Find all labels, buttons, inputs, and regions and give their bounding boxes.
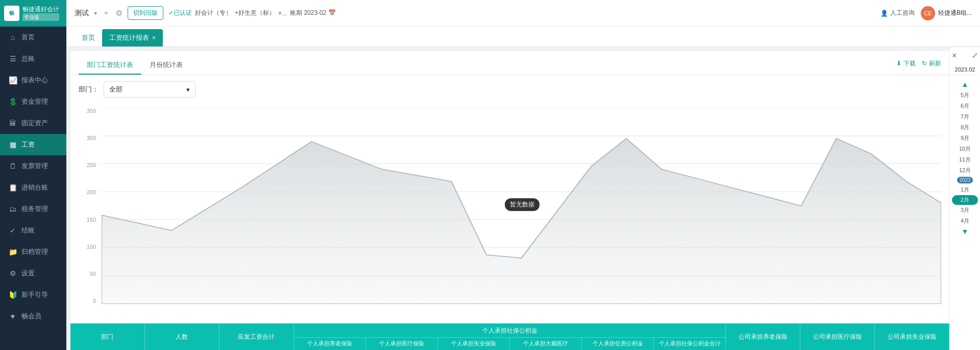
th-company-unemployment: 公司承担失业保险 <box>875 323 949 350</box>
month-8[interactable]: 8月 <box>952 122 978 133</box>
download-icon: ⬇ <box>896 60 901 67</box>
y-label-50: 50 <box>90 271 96 277</box>
download-button[interactable]: ⬇ 下载 <box>896 59 916 68</box>
panel-close-button[interactable]: × <box>952 51 957 60</box>
y-label-300: 300 <box>87 135 96 141</box>
sidebar-item-invoice[interactable]: 🗒 发票管理 <box>0 155 66 177</box>
sidebar-logo: 畅 畅捷通好会计 专业版 <box>0 0 66 27</box>
archive-icon: 📁 <box>8 248 17 256</box>
purchase-icon: 📋 <box>8 183 17 192</box>
sidebar-item-funds[interactable]: 💲 资金管理 <box>0 91 66 112</box>
panel-expand-button[interactable]: ⤢ <box>972 51 978 62</box>
sidebar-item-archive[interactable]: 📁 归档管理 <box>0 241 66 263</box>
good-business-badge: +好生意（标） <box>235 9 275 17</box>
tab-salary-report[interactable]: 工资统计报表 × <box>102 29 163 46</box>
tab-close-icon[interactable]: × <box>152 34 156 41</box>
subtab-dept[interactable]: 部门工资统计表 <box>79 56 141 75</box>
sidebar-nav: ⌂ 首页 ☰ 总账 📈 报表中心 💲 资金管理 🏛 固定资产 ▦ 工资 🗒 发票… <box>0 27 66 350</box>
avatar: CE <box>921 6 935 20</box>
subtab-bar: 部门工资统计表 月份统计表 ⬇ 下载 ↻ 刷新 <box>70 51 949 75</box>
year-down-button[interactable]: ▼ <box>962 226 969 237</box>
year-up-button[interactable]: ▲ <box>962 79 969 90</box>
sidebar-item-purchase[interactable]: 📋 进销台账 <box>0 177 66 198</box>
user-name: 轻捷通B组... <box>938 9 972 17</box>
invoice-icon: 🗒 <box>8 162 17 170</box>
sidebar-item-ledger[interactable]: ☰ 总账 <box>0 48 66 69</box>
month-3[interactable]: 3月 <box>952 205 978 216</box>
sidebar: 畅 畅捷通好会计 专业版 ⌂ 首页 ☰ 总账 📈 报表中心 💲 资金管理 🏛 固… <box>0 0 66 350</box>
month-4[interactable]: 4月 <box>952 216 978 226</box>
funds-icon: 💲 <box>8 98 17 106</box>
topbar-right: 👤 人工咨询 CE 轻捷通B组... <box>880 6 972 20</box>
subtab-left: 部门工资统计表 月份统计表 <box>79 56 191 75</box>
period-label: 账期 2023-02 📅 <box>290 9 336 17</box>
chart-svg: 暂无数据 <box>102 108 941 304</box>
filter-bar: 部门： 全部 ▾ <box>70 75 949 104</box>
th-company-pension: 公司承担养老保险 <box>726 323 800 350</box>
logo-text: 畅捷通好会计 专业版 <box>22 6 59 21</box>
th-personal-medical: 个人承担医疗保险 <box>366 338 438 349</box>
home-icon: ⌂ <box>8 33 17 41</box>
sidebar-item-salary[interactable]: ▦ 工资 <box>0 134 66 155</box>
calendar-icon[interactable]: 📅 <box>328 9 336 16</box>
more-badge: +... <box>278 10 287 17</box>
month-2-active[interactable]: 2月 <box>952 195 978 205</box>
add-button[interactable]: ＋ <box>102 8 110 18</box>
settings-icon: ⚙ <box>8 269 17 277</box>
month-12[interactable]: 12月 <box>952 165 978 176</box>
chart-area: 350 300 250 200 150 100 50 0 <box>70 104 949 323</box>
member-icon: ♥ <box>8 312 17 320</box>
good-accounting-badge: 好会计（专） <box>195 9 232 17</box>
help-button[interactable]: 👤 人工咨询 <box>880 9 915 17</box>
sidebar-item-member[interactable]: ♥ 畅会员 <box>0 306 66 327</box>
company-name: 测试 <box>75 9 89 18</box>
th-group-cols: 个人承担养老保险 个人承担医疗保险 个人承担失业保险 个人承担大额医疗 个人承担 <box>294 338 726 349</box>
tab-home[interactable]: 首页 <box>75 29 102 46</box>
sidebar-item-assets[interactable]: 🏛 固定资产 <box>0 112 66 134</box>
user-menu[interactable]: CE 轻捷通B组... <box>921 6 972 20</box>
y-label-200: 200 <box>87 189 96 195</box>
salary-icon: ▦ <box>8 141 17 149</box>
th-headcount: 人数 <box>145 323 219 350</box>
settings-button[interactable]: ⚙ <box>115 8 122 18</box>
month-1[interactable]: 1月 <box>952 184 978 195</box>
month-11[interactable]: 11月 <box>952 154 978 165</box>
refresh-icon: ↻ <box>922 60 927 67</box>
month-10[interactable]: 10月 <box>952 144 978 154</box>
sidebar-item-guide[interactable]: 🔰 新手引导 <box>0 284 66 306</box>
sidebar-item-close[interactable]: ✓ 结账 <box>0 220 66 241</box>
subtab-right: ⬇ 下载 ↻ 刷新 <box>896 59 941 72</box>
refresh-button[interactable]: ↻ 刷新 <box>922 59 941 68</box>
year-nav: ▲ 5月 6月 7月 8月 9月 10月 11月 12月 2023 1月 2月 … <box>952 79 978 237</box>
dropdown-arrow-icon[interactable]: ▾ <box>94 10 97 17</box>
sidebar-item-reports[interactable]: 📈 报表中心 <box>0 69 66 91</box>
month-6[interactable]: 6月 <box>952 101 978 111</box>
right-panel: × ⤢ 2023.02 ▲ 5月 6月 7月 8月 9月 10月 11月 12月… <box>949 47 980 350</box>
verified-badge: ✓已认证 <box>168 9 192 17</box>
assets-icon: 🏛 <box>8 119 17 127</box>
sidebar-item-tax[interactable]: 🗂 税务管理 <box>0 198 66 220</box>
sidebar-item-home[interactable]: ⌂ 首页 <box>0 27 66 48</box>
month-5[interactable]: 5月 <box>952 90 978 101</box>
dept-filter-select[interactable]: 全部 ▾ <box>104 81 195 98</box>
reports-icon: 📈 <box>8 76 17 84</box>
switch-old-button[interactable]: 切到旧版 <box>128 6 163 20</box>
sidebar-item-settings[interactable]: ⚙ 设置 <box>0 263 66 284</box>
th-dept: 部门 <box>70 323 145 350</box>
help-icon: 👤 <box>880 10 888 17</box>
chart-container: 350 300 250 200 150 100 50 0 <box>79 108 941 319</box>
close-accounts-icon: ✓ <box>8 226 17 235</box>
th-personal-pension: 个人承担养老保险 <box>294 338 366 349</box>
dept-filter-label: 部门： <box>79 85 99 94</box>
month-9[interactable]: 9月 <box>952 133 978 144</box>
subtab-month[interactable]: 月份统计表 <box>141 56 191 75</box>
y-label-250: 250 <box>87 162 96 168</box>
year-2023-badge: 2023 <box>957 177 972 183</box>
th-personal-insurance-group: 个人承担社保公积金 个人承担养老保险 个人承担医疗保险 个人承担失业保险 个人承… <box>294 324 726 349</box>
logo-icon: 畅 <box>4 6 19 21</box>
y-axis: 350 300 250 200 150 100 50 0 <box>79 108 99 304</box>
table-header: 部门 人数 应发工资合计 个人承担社保公积金 个人承担养老保险 个人承担医疗 <box>70 323 949 350</box>
guide-icon: 🔰 <box>8 291 17 299</box>
ledger-icon: ☰ <box>8 55 17 63</box>
month-7[interactable]: 7月 <box>952 111 978 122</box>
